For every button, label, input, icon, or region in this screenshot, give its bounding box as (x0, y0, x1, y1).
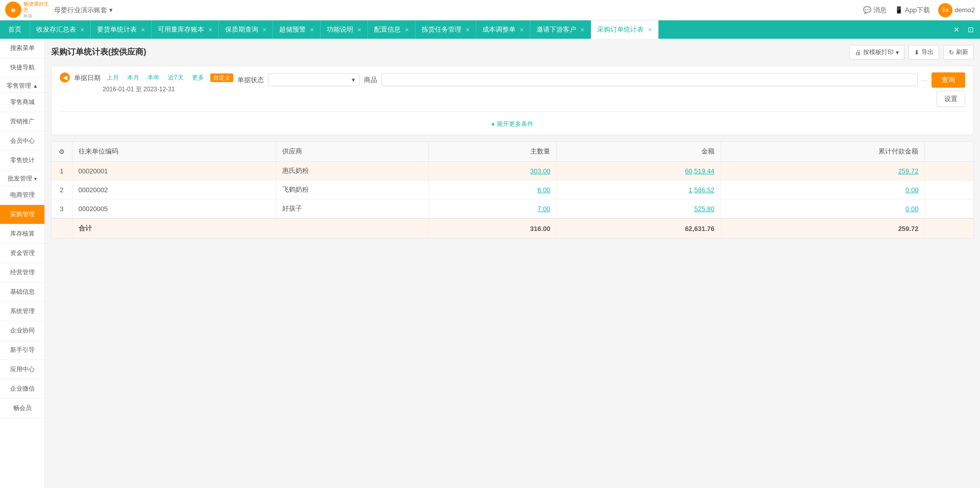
sidebar-member-label: 会员中心 (0, 137, 44, 145)
row1-supplier: 惠氏奶粉 (276, 162, 429, 181)
date-shortcuts: 上月 本月 本年 近7天 更多 自定义 (105, 72, 233, 83)
date-custom-badge[interactable]: 自定义 (210, 73, 233, 82)
date-this-year[interactable]: 本年 (145, 72, 162, 83)
tab-warranty-close[interactable]: ✕ (262, 27, 266, 33)
table-col-extra (925, 142, 973, 162)
goods-filter-label: 商品 (364, 75, 377, 85)
row2-qty-link[interactable]: 6.00 (537, 186, 550, 194)
app-logo: 畅 (5, 2, 21, 18)
logo-area: 畅 畅捷通好生意 标版 (5, 1, 50, 19)
print-button[interactable]: 🖨 按模板打印 ▾ (849, 45, 904, 60)
sidebar-item-new-guide[interactable]: 新手引导 (0, 341, 44, 360)
sidebar-item-search[interactable]: 搜索菜单 (0, 39, 44, 58)
date-last-month[interactable]: 上月 (105, 72, 121, 83)
table-col-unit-code: 往来单位编码 (72, 142, 276, 162)
sidebar-item-shortcut[interactable]: 快捷导航 (0, 58, 44, 78)
sidebar-item-ecommerce[interactable]: 电商管理 (0, 186, 44, 205)
row3-qty-link[interactable]: 7.00 (537, 205, 550, 213)
filter-collapse-button[interactable]: ◀ (60, 72, 70, 83)
sidebar-item-member[interactable]: 会员中心 (0, 132, 44, 151)
tab-feature-desc-close[interactable]: ✕ (357, 27, 361, 33)
sidebar-shortcut-label: 快捷导航 (0, 63, 44, 72)
user-menu[interactable]: Ea demo2 (938, 3, 975, 17)
tab-pick-task[interactable]: 拣货任务管理 ✕ (415, 20, 476, 39)
sidebar-item-marketing[interactable]: 营销推广 (0, 112, 44, 132)
tab-cost-adjust[interactable]: 成本调整单 ✕ (476, 20, 530, 39)
table-header-row: ⚙ 往来单位编码 供应商 主数量 金额 累计付款金额 (52, 142, 973, 162)
settings-button[interactable]: 设置 (937, 91, 965, 107)
printer-icon: 🖨 (855, 49, 861, 56)
tab-receive-summary[interactable]: 收发存汇总表 ✕ (30, 20, 91, 39)
sidebar-item-purchase[interactable]: 采购管理 (0, 205, 44, 224)
tab-cost-adjust-close[interactable]: ✕ (520, 27, 524, 33)
workspace-selector[interactable]: 母婴行业演示账套 ▾ (50, 6, 117, 15)
date-filter-block: 单据日期 上月 本月 本年 近7天 更多 自定义 2016-01-0 (74, 72, 233, 94)
column-settings-icon[interactable]: ⚙ (59, 148, 65, 156)
row3-paid-link[interactable]: 0.00 (905, 205, 918, 213)
sidebar-item-enterprise-collab[interactable]: 企业协同 (0, 321, 44, 341)
tab-config-info-label: 配置信息 (374, 25, 401, 34)
row3-unit-code: 00020005 (72, 199, 276, 219)
footer-amount: 62,631.76 (557, 218, 721, 238)
tab-goods-summary[interactable]: 要货单统计表 ✕ (91, 20, 152, 39)
tab-available-stock[interactable]: 可用量库存账本 ✕ (152, 20, 219, 39)
tab-purchase-summary-close[interactable]: ✕ (648, 27, 652, 33)
row2-amount-link[interactable]: 1,586.52 (689, 186, 715, 194)
tab-config-info-close[interactable]: ✕ (405, 27, 409, 33)
tab-available-stock-close[interactable]: ✕ (208, 27, 212, 33)
sidebar-enterprise-wechat-label: 企业微信 (0, 384, 44, 393)
tab-config-info[interactable]: 配置信息 ✕ (368, 20, 415, 39)
maximize-button[interactable]: ⊡ (966, 23, 976, 36)
sidebar-basic-info-label: 基础信息 (0, 288, 44, 296)
tab-goods-summary-close[interactable]: ✕ (141, 27, 145, 33)
tab-pick-task-label: 拣货任务管理 (422, 25, 461, 34)
tab-purchase-summary[interactable]: 采购订单统计表 ✕ (591, 20, 658, 39)
tab-overstock-close[interactable]: ✕ (310, 27, 314, 33)
row3-amount-link[interactable]: 525.80 (694, 205, 715, 213)
app-download-button[interactable]: 📱 App下载 (895, 6, 930, 15)
more-options-icon[interactable]: ··· (922, 76, 927, 84)
tab-pick-task-close[interactable]: ✕ (465, 27, 470, 33)
close-all-tabs-button[interactable]: ✕ (951, 23, 962, 36)
tab-overstock[interactable]: 超储预警 ✕ (273, 20, 321, 39)
sidebar-item-member-vip[interactable]: 畅会员 (0, 399, 44, 418)
sidebar-app-center-label: 应用中心 (0, 365, 44, 374)
tab-invite-downstream-label: 邀请下游客户 (536, 25, 576, 34)
date-this-month[interactable]: 本月 (125, 72, 141, 83)
sidebar: 搜索菜单 快捷导航 零售管理 ▲ 零售商城 营销推广 会员中心 零售统计 批发管… (0, 39, 45, 488)
row2-paid-link[interactable]: 0.00 (905, 186, 918, 194)
export-button[interactable]: ⬇ 导出 (909, 45, 939, 60)
chevron-down-icon: ▾ (34, 176, 37, 182)
tab-receive-summary-close[interactable]: ✕ (80, 27, 84, 33)
sidebar-item-operations[interactable]: 经营管理 (0, 263, 44, 282)
sidebar-item-enterprise-wechat[interactable]: 企业微信 (0, 379, 44, 399)
sidebar-item-retail-stats[interactable]: 零售统计 (0, 151, 44, 170)
status-select[interactable]: ▾ (268, 73, 360, 86)
date-more[interactable]: 更多 (190, 72, 206, 83)
status-filter-label: 单据状态 (237, 75, 264, 85)
refresh-button[interactable]: ↻ 刷新 (943, 45, 974, 60)
filter-expand-button[interactable]: ▾ 展开更多条件 (60, 120, 965, 129)
row1-qty-link[interactable]: 303.00 (530, 167, 551, 175)
sidebar-item-retail-shop[interactable]: 零售商城 (0, 93, 44, 112)
tab-invite-downstream[interactable]: 邀请下游客户 ✕ (530, 20, 591, 39)
tab-home[interactable]: 首页 (0, 20, 30, 39)
sidebar-item-app-center[interactable]: 应用中心 (0, 360, 44, 379)
query-button[interactable]: 查询 (932, 72, 965, 88)
sidebar-item-inventory[interactable]: 库存核算 (0, 224, 44, 244)
goods-input[interactable] (381, 73, 918, 86)
row1-amount-link[interactable]: 60,519.44 (685, 167, 715, 175)
sidebar-item-basic-info[interactable]: 基础信息 (0, 282, 44, 302)
date-filter-label: 单据日期 (74, 73, 101, 83)
row1-paid-link[interactable]: 259.72 (898, 167, 919, 175)
tab-feature-desc[interactable]: 功能说明 ✕ (321, 20, 368, 39)
tab-warranty[interactable]: 保质期查询 ✕ (219, 20, 273, 39)
sidebar-item-system[interactable]: 系统管理 (0, 302, 44, 321)
sidebar-item-retail-mgmt[interactable]: 零售管理 ▲ (0, 78, 44, 93)
message-button[interactable]: 💬 消息 (863, 6, 887, 15)
sidebar-item-capital[interactable]: 资金管理 (0, 244, 44, 263)
tab-invite-downstream-close[interactable]: ✕ (580, 27, 584, 33)
date-7days[interactable]: 近7天 (166, 72, 186, 83)
table-footer-row: 合计 316.00 62,631.76 259.72 (52, 218, 973, 238)
sidebar-item-wholesale[interactable]: 批发管理 ▾ (0, 170, 44, 186)
